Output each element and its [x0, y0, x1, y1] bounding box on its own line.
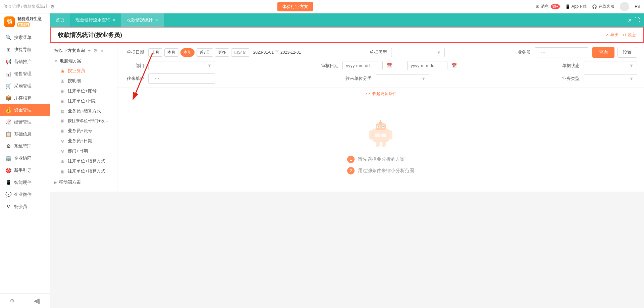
breadcrumb: 资金管理 / 收款情况统计 — [4, 4, 48, 9]
scheme-item-salesman-date[interactable]: ⊙ 业务员+日期 — [50, 136, 117, 146]
sidebar-item-operations[interactable]: 📈 经营管理 — [0, 116, 50, 128]
scheme-add-icon[interactable]: + — [88, 48, 91, 54]
collapse-bar[interactable]: ∧∧ 收起更多条件 — [117, 88, 644, 99]
scheme-item-partner-settle3[interactable]: ▣ 往来单位+结算方式 — [50, 166, 117, 176]
scheme-item-partner-account[interactable]: ▣ 往来单位+账号 — [50, 86, 117, 96]
guide-icon: 🎯 — [5, 167, 11, 173]
query-btn[interactable]: 查询 — [592, 47, 614, 58]
avatar[interactable] — [620, 2, 629, 11]
sales-icon: 📊 — [5, 71, 11, 77]
sidebar-item-quick-nav[interactable]: ⊞ 快捷导航 — [0, 44, 50, 56]
svg-rect-10 — [376, 141, 380, 147]
sidebar-item-company[interactable]: 🏢 企业协同 — [0, 152, 50, 164]
settings-bottom-icon[interactable]: ⚙ — [7, 296, 17, 305]
doc-type-select[interactable]: ▼ — [391, 48, 445, 57]
gear-icon-top[interactable]: ⚙ — [50, 4, 55, 9]
scheme-item-salesman-settle[interactable]: ▦ 业务员+结算方式 — [50, 106, 117, 116]
partner-select[interactable]: ··· — [148, 73, 215, 84]
sidebar-bottom: ⚙ ◀‖ — [0, 293, 50, 308]
marketing-icon: 📢 — [5, 59, 11, 65]
app-download-action[interactable]: 📱 App下载 — [565, 4, 587, 9]
scheme-item-dept-date[interactable]: ⊙ 部门+日期 — [50, 146, 117, 156]
app-download-label: App下载 — [572, 4, 587, 9]
scheme-group-mobile: ▶ 移动端方案 — [50, 177, 117, 187]
scheme-item-by-salesman[interactable]: ◉ 按业务员 — [50, 66, 117, 76]
sidebar-item-basic[interactable]: 📋 基础信息 — [0, 128, 50, 140]
message-action[interactable]: ✉ 消息 99+ — [536, 4, 560, 9]
sidebar-item-finance[interactable]: 💰 资金管理 — [0, 104, 50, 116]
scheme-item-partner-date[interactable]: ▣ 往来单位+日期 — [50, 96, 117, 106]
date-btn-7days[interactable]: 近7天 — [197, 48, 213, 57]
review-date-from[interactable] — [342, 61, 383, 70]
sidebar-label-basic: 基础信息 — [14, 131, 32, 137]
sidebar-item-inventory[interactable]: 📦 库存核算 — [0, 92, 50, 104]
tab-home[interactable]: 首页 — [50, 13, 70, 27]
scheme-item-partner-dept[interactable]: ▣ 按往来单位+部门+收... — [50, 116, 117, 126]
message-badge: 99+ — [551, 4, 560, 9]
calendar-to-icon[interactable]: 📅 — [451, 63, 457, 68]
tab-collection-stats[interactable]: 收款情况统计 ✕ — [121, 13, 164, 27]
step-1-label: 请先选择要分析的方案 — [358, 156, 405, 162]
tab-collection-stats-close[interactable]: ✕ — [155, 18, 158, 22]
content-area: 首页 现金银行流水查询 ✕ 收款情况统计 ✕ ✕ ⛶ — [50, 13, 644, 308]
sidebar-item-member[interactable]: V 畅会员 — [0, 201, 50, 213]
tab-bank-flow[interactable]: 现金银行流水查询 ✕ — [70, 13, 121, 27]
salesman-select[interactable]: ··· — [535, 47, 588, 57]
review-date-to[interactable] — [407, 61, 447, 70]
filter-section: 单据日期 上月 本月 本年 近7天 更多 自定义 — [117, 43, 644, 99]
app-name: 畅捷通好生意 — [17, 16, 42, 22]
svg-rect-11 — [382, 141, 386, 147]
scheme-item-by-detail[interactable]: ⊞ 按明细 — [50, 76, 117, 86]
sidebar-item-system[interactable]: ⚙ 系统管理 — [0, 140, 50, 152]
tab-home-label: 首页 — [56, 17, 64, 23]
trial-btn[interactable]: 体验行业方案 — [277, 2, 313, 11]
tab-close-all-icon[interactable]: ✕ — [628, 17, 632, 23]
header-right: ✉ 消息 99+ 📱 App下载 🎧 在线客服 Rit — [536, 2, 640, 11]
date-btn-this-year[interactable]: 本年 — [180, 48, 195, 57]
scheme-item-salesman-account[interactable]: ▣ 业务员+账号 — [50, 126, 117, 136]
sidebar-item-sales[interactable]: 📊 销售管理 — [0, 68, 50, 80]
search-icon: 🔍 — [5, 35, 11, 41]
refresh-action[interactable]: ↺ 刷新 — [623, 32, 637, 38]
dept-select[interactable]: ▼ — [148, 61, 215, 70]
refresh-label: 刷新 — [628, 32, 637, 38]
empty-step-2: 2 用过滤条件来缩小分析范围 — [347, 167, 414, 174]
sidebar-item-wechat[interactable]: 💬 企业微信 — [0, 189, 50, 201]
sidebar-item-marketing[interactable]: 📢 营销推广 — [0, 56, 50, 68]
filter-actions-row1: 查询 设置 — [592, 47, 637, 58]
export-action[interactable]: ↗ 导出 — [605, 32, 619, 38]
title-bar-wrapper: 收款情况统计(按业务员) ↗ 导出 ↺ 刷新 — [50, 27, 644, 43]
basic-icon: 📋 — [5, 131, 11, 137]
scheme-collapse-icon[interactable]: « — [100, 48, 103, 53]
tab-bank-flow-close[interactable]: ✕ — [112, 18, 116, 22]
calendar-from-icon[interactable]: 📅 — [387, 63, 392, 68]
export-icon: ↗ — [605, 33, 609, 38]
scheme-group-desktop-title[interactable]: ▼ 电脑端方案 — [50, 56, 117, 66]
online-service-action[interactable]: 🎧 在线客服 — [592, 4, 614, 9]
sidebar-item-purchase[interactable]: 🛒 采购管理 — [0, 80, 50, 92]
date-btn-last-month[interactable]: 上月 — [148, 48, 162, 57]
sidebar-item-guide[interactable]: 🎯 新手引导 — [0, 164, 50, 176]
date-to: 2023-12-31 — [280, 50, 301, 55]
settings-btn[interactable]: 设置 — [617, 47, 637, 58]
scheme-group-mobile-title[interactable]: ▶ 移动端方案 — [50, 177, 117, 187]
sidebar-label-guide: 新手引导 — [14, 167, 32, 173]
date-btn-more[interactable]: 更多 — [215, 48, 229, 57]
scheme-settings-icon[interactable]: ⚙ — [93, 48, 98, 53]
operations-icon: 📈 — [5, 119, 11, 125]
collapse-sidebar-icon[interactable]: ◀‖ — [31, 296, 43, 305]
dept-arrow: ▼ — [207, 63, 212, 68]
date-btn-this-month[interactable]: 本月 — [164, 48, 178, 57]
partner-dots-icon[interactable]: ··· — [155, 75, 159, 82]
partner-type-select[interactable]: ▼ — [376, 74, 429, 83]
biz-type-select[interactable]: ▼ — [584, 74, 637, 83]
date-btn-custom[interactable]: 自定义 — [231, 48, 249, 57]
sidebar-item-search[interactable]: 🔍 搜索菜单 — [0, 32, 50, 44]
scheme-item-partner-settle2[interactable]: ⊞ 往来单位+结算方式 — [50, 156, 117, 166]
detail-icon: ⊞ — [60, 79, 65, 84]
sidebar-item-hardware[interactable]: 📱 智能硬件 — [0, 176, 50, 189]
svg-rect-12 — [375, 134, 380, 137]
salesman-dots-icon[interactable]: ··· — [541, 49, 545, 55]
doc-status-select[interactable]: ▼ — [584, 61, 637, 70]
tab-expand-icon[interactable]: ⛶ — [635, 17, 640, 23]
